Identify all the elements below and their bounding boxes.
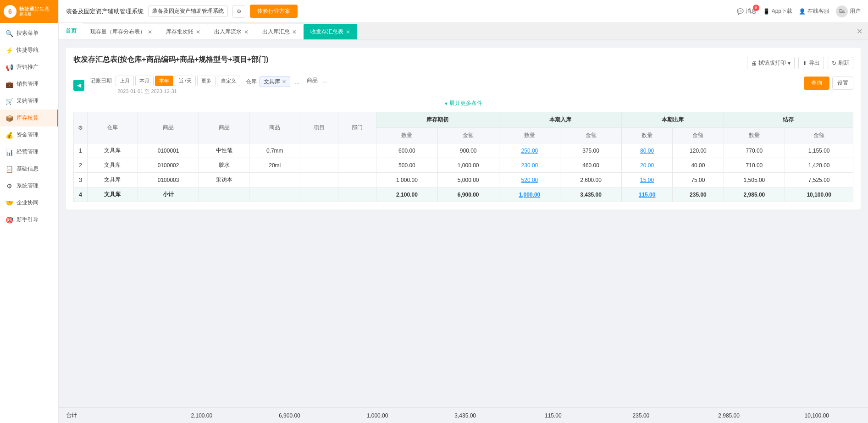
trial-btn[interactable]: 体验行业方案 [250, 5, 298, 18]
tab-batch-account-close[interactable]: ✕ [196, 29, 200, 35]
system-selector[interactable]: 装备及固定资产辅助管理系统 [148, 5, 228, 17]
col-header-product-spec: 商品 [249, 112, 300, 143]
tab-receive-summary[interactable]: 收发存汇总表 ✕ [304, 24, 357, 39]
warehouse-more-btn[interactable]: ... [293, 79, 301, 85]
subtotal-open-qty: 2,100.00 [376, 187, 438, 202]
col-header-project: 项目 [300, 112, 338, 143]
sidebar-item-search[interactable]: 🔍 搜索菜单 [0, 25, 58, 42]
settings-icon[interactable]: ⚙ [232, 5, 245, 18]
tab-batch-account[interactable]: 库存批次账 ✕ [159, 24, 207, 39]
logo-icon: 6 [4, 5, 17, 18]
main-area: 装备及固定资产辅助管理系统 装备及固定资产辅助管理系统 ⚙ 体验行业方案 💬 消… [59, 0, 868, 423]
product-more-btn[interactable]: ... [321, 77, 329, 84]
total-bal-amt: 10,100.00 [773, 412, 861, 419]
sidebar-item-enterprise[interactable]: 🤝 企业协同 [0, 194, 58, 211]
sidebar-item-operation[interactable]: 📊 经营管理 [0, 143, 58, 160]
date-label: 记账日期 [90, 77, 112, 85]
row1-open-amt: 900.00 [437, 143, 499, 158]
filter-date-row: 记账日期 上月 本月 本年 近7天 更多 自定义 [90, 76, 240, 86]
app-download-btn[interactable]: 📱 App下载 [763, 7, 792, 15]
date-btn-7days[interactable]: 近7天 [175, 76, 196, 86]
message-icon: 💬 [737, 8, 744, 15]
sidebar-item-guide[interactable]: 🎯 新手引导 [0, 211, 58, 228]
filter-settings-btn[interactable]: 设置 [832, 77, 853, 90]
sidebar-item-inventory[interactable]: 📦 库存核算 [0, 110, 58, 126]
sidebar-item-base-info[interactable]: 📋 基础信息 [0, 160, 58, 177]
print-btn[interactable]: 🖨 拭镜版打印 ▾ [747, 57, 795, 69]
tab-area-close[interactable]: ✕ [851, 23, 868, 39]
expand-conditions-btn[interactable]: ▾ 展开更多条件 [445, 99, 482, 107]
row3-project [300, 173, 338, 187]
service-icon: 👤 [799, 8, 806, 15]
system-icon: ⚙ [6, 182, 13, 190]
sidebar-item-quick-nav[interactable]: ⚡ 快捷导航 [0, 42, 58, 59]
tab-summary-close[interactable]: ✕ [292, 29, 297, 35]
subtotal-out-qty[interactable]: 115.00 [621, 187, 672, 202]
row2-out-qty[interactable]: 20.00 [621, 158, 672, 173]
enterprise-icon: 🤝 [6, 199, 13, 207]
message-btn[interactable]: 💬 消息 6 [737, 7, 757, 15]
row1-in-qty[interactable]: 250.00 [499, 143, 560, 158]
row3-in-amt: 2,600.00 [560, 173, 622, 187]
sidebar-item-purchase[interactable]: 🛒 采购管理 [0, 93, 58, 110]
row3-in-qty[interactable]: 520.00 [499, 173, 560, 187]
table-settings-icon[interactable]: ⚙ [74, 112, 88, 143]
tab-receive-summary-close[interactable]: ✕ [346, 29, 350, 35]
inventory-icon: 📦 [6, 115, 13, 122]
tab-inventory-dist-close[interactable]: ✕ [148, 29, 152, 35]
tab-flow-close[interactable]: ✕ [244, 29, 249, 35]
sidebar-item-system[interactable]: ⚙ 系统管理 [0, 177, 58, 194]
search-icon: 🔍 [6, 30, 13, 37]
row1-open-qty: 600.00 [376, 143, 438, 158]
row2-in-qty[interactable]: 230.00 [499, 158, 560, 173]
subtotal-in-amt: 3,435.00 [560, 187, 622, 202]
col-open-qty: 数量 [376, 128, 438, 143]
app-logo: 6 畅捷通好生意 标准版 [0, 0, 58, 23]
row3-out-qty[interactable]: 15.00 [621, 173, 672, 187]
date-btn-last-month[interactable]: 上月 [116, 76, 134, 86]
total-open-amt: 6,900.00 [246, 412, 334, 419]
tab-inventory-dist[interactable]: 现存量（库存分布表） ✕ [83, 24, 159, 39]
total-bal-qty: 2,985.00 [685, 412, 773, 419]
subtotal-in-qty[interactable]: 1,000.00 [499, 187, 560, 202]
col-group-inbound: 本期入库 [499, 112, 621, 128]
topbar: 装备及固定资产辅助管理系统 装备及固定资产辅助管理系统 ⚙ 体验行业方案 💬 消… [59, 0, 868, 23]
query-btn[interactable]: 查询 [804, 77, 829, 90]
quick-nav-icon: ⚡ [6, 47, 13, 54]
tab-receive-summary-label: 收发存汇总表 [310, 28, 343, 36]
export-btn[interactable]: ⬆ 导出 [798, 57, 824, 69]
refresh-btn[interactable]: ↻ 刷新 [828, 57, 853, 69]
online-service-btn[interactable]: 👤 在线客服 [799, 7, 829, 15]
col-group-opening: 库存期初 [376, 112, 499, 128]
sidebar-item-finance[interactable]: 💰 资金管理 [0, 126, 58, 143]
subtotal-bal-amt: 10,100.00 [785, 187, 853, 202]
base-info-icon: 📋 [6, 165, 13, 173]
col-group-outbound: 本期出库 [621, 112, 724, 128]
sidebar-item-sales[interactable]: 💼 销售管理 [0, 76, 58, 93]
user-btn[interactable]: Ea 用户 [836, 5, 861, 17]
page-card: 收发存汇总表(按仓库+商品编码+商品+规格型号+项目+部门) 🖨 拭镜版打印 ▾… [66, 48, 861, 209]
sidebar-item-marketing[interactable]: 📢 营销推广 [0, 59, 58, 76]
tab-summary-label: 出入库汇总 [262, 28, 290, 36]
filter-collapse-btn[interactable]: ◀ [73, 80, 84, 91]
total-out-qty: 115.00 [509, 412, 597, 419]
warehouse-tag-close[interactable]: ✕ [282, 79, 286, 85]
subtotal-row: 4 文具库 小计 2,100.00 6,900.00 1,000.00 3,43… [74, 187, 853, 202]
app-name-text: 畅捷通好生意 标准版 [19, 5, 50, 17]
date-btn-custom[interactable]: 自定义 [217, 76, 240, 86]
subtotal-out-amt: 235.00 [673, 187, 724, 202]
row1-out-qty[interactable]: 80.00 [621, 143, 672, 158]
warehouse-tag[interactable]: 文具库 ✕ [260, 77, 290, 87]
date-btn-more[interactable]: 更多 [197, 76, 216, 86]
col-in-amt: 金额 [560, 128, 622, 143]
tab-flow[interactable]: 出入库流水 ✕ [207, 24, 255, 39]
col-open-amt: 金额 [437, 128, 499, 143]
tab-summary[interactable]: 出入库汇总 ✕ [255, 24, 304, 39]
date-btn-this-year[interactable]: 本年 [155, 76, 173, 86]
col-header-warehouse: 仓库 [88, 112, 138, 143]
subtotal-warehouse: 文具库 [88, 187, 138, 202]
row2-open-qty: 500.00 [376, 158, 438, 173]
tab-home[interactable]: 首页 [59, 23, 83, 39]
date-btn-this-month[interactable]: 本月 [135, 76, 154, 86]
row1-product-code: 0100001 [138, 143, 199, 158]
